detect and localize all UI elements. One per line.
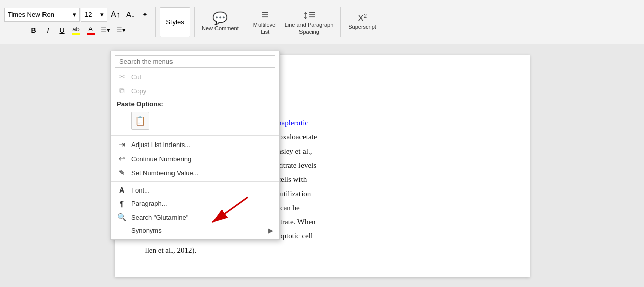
numbering-button[interactable]: ☰▾ bbox=[114, 24, 128, 37]
clear-formatting-button[interactable]: ✦ bbox=[138, 8, 151, 21]
paste-icon-clipboard[interactable]: 📋 bbox=[131, 112, 149, 130]
synonyms-menu-item[interactable]: Synonyms ▶ bbox=[111, 224, 279, 237]
styles-button[interactable]: Styles bbox=[160, 7, 190, 37]
copy-label: Copy bbox=[131, 87, 146, 95]
multilevel-label: MultilevelList bbox=[253, 22, 277, 35]
cut-label: Cut bbox=[131, 73, 141, 81]
spacing-button[interactable]: ↕≡ Line and ParagraphSpacing bbox=[282, 7, 337, 37]
menu-search-input[interactable] bbox=[115, 55, 275, 68]
separator-1 bbox=[111, 135, 279, 136]
copy-menu-item[interactable]: ⧉ Copy bbox=[111, 84, 279, 98]
cut-icon: ✂ bbox=[117, 72, 127, 81]
font-name-label: Times New Ron bbox=[8, 11, 54, 18]
font-color-icon: A bbox=[87, 25, 95, 35]
new-comment-button[interactable]: 💬 New Comment bbox=[199, 10, 242, 34]
underline-button[interactable]: U bbox=[56, 24, 69, 37]
divider-2 bbox=[194, 7, 195, 37]
paragraph-label: Paragraph... bbox=[131, 200, 167, 207]
adjust-list-label: Adjust List Indents... bbox=[131, 141, 190, 149]
spacing-label: Line and ParagraphSpacing bbox=[285, 22, 334, 35]
set-numbering-label: Set Numbering Value... bbox=[131, 169, 198, 177]
font-name-dropdown[interactable]: Times New Ron ▾ bbox=[4, 8, 80, 22]
font-label: Font... bbox=[131, 186, 150, 194]
font-shrink-button[interactable]: A↓ bbox=[124, 8, 137, 21]
set-numbering-menu-item[interactable]: ✎ Set Numbering Value... bbox=[111, 166, 279, 180]
paragraph-menu-item[interactable]: ¶ Paragraph... bbox=[111, 197, 279, 210]
bold-button[interactable]: B bbox=[27, 24, 40, 37]
cut-menu-item[interactable]: ✂ Cut bbox=[111, 70, 279, 84]
font-name-row: Times New Ron ▾ 12 ▾ A↑ A↓ ✦ bbox=[4, 8, 151, 22]
toolbar: Times New Ron ▾ 12 ▾ A↑ A↓ ✦ B I U ab bbox=[0, 0, 644, 44]
highlight-icon: ab bbox=[72, 25, 80, 35]
highlight-color-bar bbox=[72, 33, 80, 35]
continue-numbering-icon: ↩ bbox=[117, 154, 127, 163]
font-size-dropdown[interactable]: 12 ▾ bbox=[81, 8, 107, 22]
search-glutamine-menu-item[interactable]: 🔍 Search "Glutamine" bbox=[111, 210, 279, 224]
new-comment-label: New Comment bbox=[202, 25, 239, 32]
bullets-button[interactable]: ☰▾ bbox=[98, 24, 113, 37]
font-size-label: 12 bbox=[84, 11, 92, 18]
superscript-icon: X2 bbox=[358, 13, 367, 23]
context-menu: ✂ Cut ⧉ Copy Paste Options: 📋 ⇥ Adjust L… bbox=[110, 51, 280, 240]
document-area: J 2 3 3.0 C Glutamine is the major amino… bbox=[0, 44, 644, 287]
font-size-chevron: ▾ bbox=[100, 11, 104, 18]
continue-numbering-menu-item[interactable]: ↩ Continue Numbering bbox=[111, 152, 279, 166]
spacing-icon: ↕≡ bbox=[303, 9, 316, 21]
paragraph-icon: ¶ bbox=[117, 199, 127, 208]
synonyms-label: Synonyms bbox=[131, 227, 162, 234]
font-color-button[interactable]: A bbox=[84, 24, 97, 37]
divider-1 bbox=[155, 7, 156, 37]
copy-icon: ⧉ bbox=[117, 86, 127, 95]
paste-icons-row: 📋 bbox=[111, 110, 279, 134]
continue-numbering-label: Continue Numbering bbox=[131, 155, 191, 163]
font-color-bar bbox=[87, 33, 95, 35]
font-name-chevron: ▾ bbox=[73, 11, 76, 18]
adjust-list-menu-item[interactable]: ⇥ Adjust List Indents... bbox=[111, 137, 279, 152]
font-icon: A bbox=[117, 186, 127, 194]
italic-button[interactable]: I bbox=[41, 24, 55, 37]
search-icon: 🔍 bbox=[117, 213, 127, 222]
styles-label: Styles bbox=[166, 18, 184, 26]
divider-4 bbox=[340, 7, 341, 37]
highlight-button[interactable]: ab bbox=[70, 24, 83, 37]
paste-options-label: Paste Options: bbox=[117, 100, 163, 108]
doc-line-12: llen et al., 2012). bbox=[145, 244, 499, 256]
new-comment-icon: 💬 bbox=[212, 12, 228, 24]
font-group: Times New Ron ▾ 12 ▾ A↑ A↓ ✦ B I U ab bbox=[4, 2, 151, 42]
set-numbering-icon: ✎ bbox=[117, 168, 127, 177]
synonyms-arrow: ▶ bbox=[268, 227, 273, 234]
superscript-button[interactable]: X2 Superscript bbox=[345, 11, 379, 32]
multilevel-icon: ≡ bbox=[262, 9, 269, 21]
font-grow-button[interactable]: A↑ bbox=[108, 8, 123, 21]
separator-2 bbox=[111, 181, 279, 182]
paste-options-header: Paste Options: bbox=[111, 98, 279, 110]
adjust-list-icon: ⇥ bbox=[117, 140, 127, 149]
font-menu-item[interactable]: A Font... bbox=[111, 183, 279, 197]
multilevel-list-button[interactable]: ≡ MultilevelList bbox=[250, 7, 280, 37]
search-glutamine-label: Search "Glutamine" bbox=[131, 214, 188, 221]
divider-3 bbox=[246, 7, 246, 37]
superscript-label: Superscript bbox=[348, 24, 376, 30]
format-row: B I U ab A ☰▾ ☰▾ bbox=[27, 24, 128, 37]
